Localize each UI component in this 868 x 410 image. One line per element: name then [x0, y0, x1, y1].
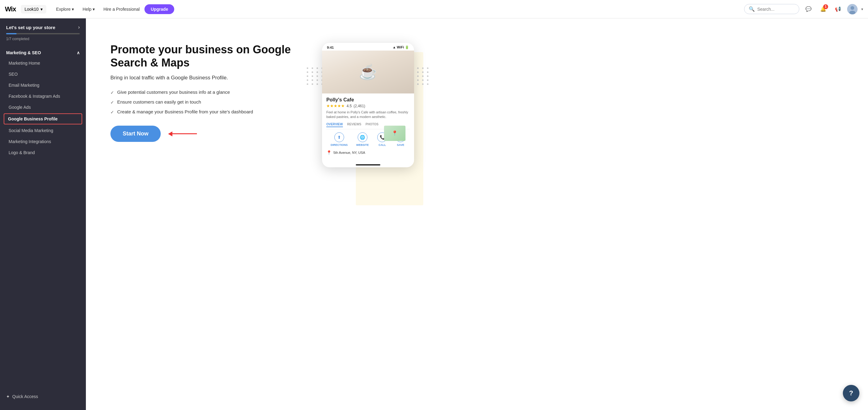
check-icon: ✓: [111, 110, 114, 114]
website-label: WEBSITE: [356, 143, 369, 146]
feature-checklist: ✓ Give potential customers your business…: [111, 90, 294, 114]
tab-reviews[interactable]: REVIEWS: [347, 123, 361, 127]
phone-hero-image: ☕: [322, 50, 414, 94]
chevron-down-icon: ▾: [40, 7, 43, 12]
notifications-icon[interactable]: 🔔 1: [818, 4, 829, 15]
phone-location: 📍 5th Avenue, NY, USA: [327, 150, 410, 155]
chevron-up-icon: ∧: [77, 50, 80, 55]
cafe-stars: ★★★★★: [327, 104, 345, 108]
page-heading: Promote your business on Google Search &…: [111, 43, 294, 69]
map-pin-icon: 📍: [392, 130, 398, 136]
dots-right-decoration: [417, 67, 429, 85]
website-icon: 🌐: [358, 132, 367, 142]
check-icon: ✓: [111, 90, 114, 95]
layout: Let's set up your store › 1/7 completed …: [0, 19, 868, 410]
sidebar-item-google-business-profile[interactable]: Google Business Profile: [4, 113, 82, 125]
chevron-down-icon: ▾: [93, 7, 95, 12]
call-label: CALL: [378, 143, 386, 146]
sidebar-item-logo-brand[interactable]: Logo & Brand: [0, 147, 86, 158]
progress-completed: 1/7 completed: [0, 36, 86, 46]
sidebar-item-email-marketing[interactable]: Email Marketing: [0, 80, 86, 91]
cafe-rating: ★★★★★ 4.5 (2,461): [327, 104, 410, 108]
store-setup-header[interactable]: Let's set up your store ›: [0, 19, 86, 30]
save-label: SAVE: [397, 143, 404, 146]
directions-label: DIRECTIONS: [331, 143, 348, 146]
explore-nav[interactable]: Explore ▾: [53, 4, 78, 14]
store-setup-arrow-icon: ›: [78, 25, 80, 30]
sidebar-item-social-media[interactable]: Social Media Marketing: [0, 125, 86, 136]
page-subheading: Bring in local traffic with a Google Bus…: [111, 75, 294, 81]
notification-badge: 1: [823, 4, 828, 9]
tab-photos[interactable]: PHOTOS: [366, 123, 378, 127]
phone-mockup-container: 9:41 ▲ WiFi 🔋 ☕ Polly's Cafe ★★★★★ 4.5 (…: [313, 43, 417, 167]
search-input[interactable]: [757, 7, 794, 12]
directions-action[interactable]: ⬆ DIRECTIONS: [331, 132, 348, 146]
help-fab[interactable]: ?: [843, 385, 860, 402]
cafe-description: Feel at home in Polly's Cafe with artisa…: [327, 110, 410, 119]
arrow-hint: [168, 132, 197, 136]
account-chevron-icon: ▾: [861, 7, 863, 11]
cafe-review-count: (2,461): [354, 104, 365, 108]
sidebar-item-marketing-home[interactable]: Marketing Home: [0, 58, 86, 69]
checklist-item-3: ✓ Create & manage your Business Profile …: [111, 109, 294, 114]
main-left: Promote your business on Google Search &…: [111, 37, 294, 142]
chevron-down-icon: ▾: [72, 7, 74, 12]
hire-professional-nav[interactable]: Hire a Professional: [100, 4, 143, 14]
progress-bar-bg: [6, 33, 80, 34]
progress-bar-fill: [6, 33, 17, 34]
site-name: Look10: [25, 7, 39, 12]
cafe-rating-number: 4.5: [347, 104, 352, 108]
upgrade-button[interactable]: Upgrade: [145, 4, 174, 14]
sidebar-item-marketing-integrations[interactable]: Marketing Integrations: [0, 136, 86, 147]
search-icon: 🔍: [749, 6, 755, 12]
location-pin-icon: 📍: [327, 150, 332, 155]
svg-point-2: [849, 11, 856, 14]
checklist-item-1: ✓ Give potential customers your business…: [111, 90, 294, 95]
directions-icon: ⬆: [334, 132, 344, 142]
checklist-item-2: ✓ Ensure customers can easily get in tou…: [111, 99, 294, 105]
avatar[interactable]: [847, 4, 858, 14]
arrow-line: [173, 133, 197, 134]
messages-icon[interactable]: 💬: [803, 4, 814, 15]
quick-access-icon: ✦: [6, 394, 10, 399]
main-content: Promote your business on Google Search &…: [86, 19, 868, 410]
check-icon: ✓: [111, 100, 114, 105]
phone-status-bar: 9:41 ▲ WiFi 🔋: [322, 43, 414, 50]
search-bar[interactable]: 🔍: [744, 4, 799, 14]
website-action[interactable]: 🌐 WEBSITE: [356, 132, 369, 146]
marketing-seo-section[interactable]: Marketing & SEO ∧: [0, 46, 86, 58]
phone-map: 📍: [384, 126, 405, 141]
arrow-head-icon: [168, 132, 173, 136]
phone-address: 5th Avenue, NY, USA: [333, 151, 365, 155]
cafe-name: Polly's Cafe: [327, 97, 410, 103]
tab-overview[interactable]: OVERVIEW: [327, 123, 343, 127]
quick-access[interactable]: ✦ Quick Access: [0, 389, 86, 404]
phone-signal-icons: ▲ WiFi 🔋: [393, 45, 409, 49]
topnav: Wix Look10 ▾ Explore ▾ Help ▾ Hire a Pro…: [0, 0, 868, 19]
sidebar-item-facebook-instagram[interactable]: Facebook & Instagram Ads: [0, 91, 86, 102]
store-setup-title: Let's set up your store: [6, 25, 55, 30]
sidebar-item-seo[interactable]: SEO: [0, 69, 86, 80]
phone-mockup: 9:41 ▲ WiFi 🔋 ☕ Polly's Cafe ★★★★★ 4.5 (…: [322, 43, 414, 167]
sidebar: Let's set up your store › 1/7 completed …: [0, 19, 86, 410]
help-nav[interactable]: Help ▾: [79, 4, 98, 14]
progress-bar-wrap: [0, 30, 86, 36]
phone-actions: ⬆ DIRECTIONS 🌐 WEBSITE 📞 CALL 🔖: [327, 132, 410, 146]
phone-home-bar: [356, 164, 380, 166]
nav-links: Explore ▾ Help ▾ Hire a Professional Upg…: [53, 4, 174, 14]
marketing-icon[interactable]: 📢: [832, 4, 843, 15]
phone-content: Polly's Cafe ★★★★★ 4.5 (2,461) Feel at h…: [322, 94, 414, 162]
svg-point-1: [850, 6, 854, 10]
sidebar-item-google-ads[interactable]: Google Ads: [0, 102, 86, 113]
start-now-button[interactable]: Start Now: [111, 126, 161, 142]
site-selector[interactable]: Look10 ▾: [21, 5, 46, 13]
phone-time: 9:41: [327, 46, 334, 49]
wix-logo: Wix: [5, 5, 16, 13]
cta-wrap: Start Now: [111, 126, 294, 142]
